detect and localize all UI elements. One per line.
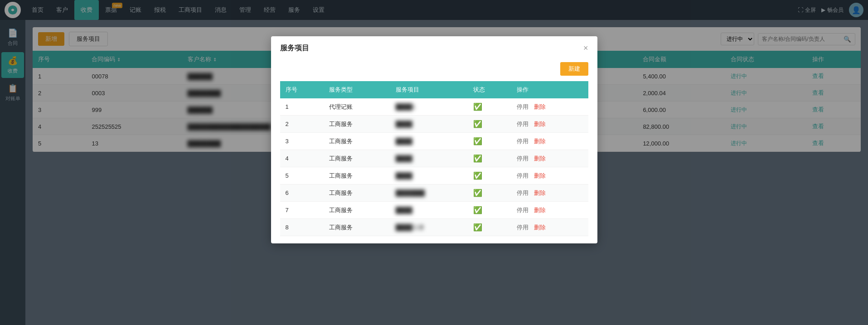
stop-button[interactable]: 停用 xyxy=(517,189,529,196)
delete-button[interactable]: 删除 xyxy=(534,103,546,110)
stop-button[interactable]: 停用 xyxy=(517,224,529,231)
modal-col-seq: 序号 xyxy=(280,81,324,98)
stop-button[interactable]: 停用 xyxy=(517,138,529,145)
delete-button[interactable]: 删除 xyxy=(534,155,546,162)
modal-cell-item: ████ xyxy=(390,202,468,219)
delete-button[interactable]: 删除 xyxy=(534,189,546,196)
modal-cell-status: ✅ xyxy=(468,167,512,184)
modal-col-item: 服务项目 xyxy=(390,81,468,98)
modal-cell-seq: 6 xyxy=(280,184,324,202)
modal-col-type: 服务类型 xyxy=(324,81,390,98)
status-check-icon: ✅ xyxy=(473,120,482,128)
modal-cell-seq: 8 xyxy=(280,219,324,236)
delete-button[interactable]: 删除 xyxy=(534,121,546,127)
modal-cell-type: 工商服务 xyxy=(324,184,390,202)
modal-title: 服务项目 xyxy=(280,44,309,53)
modal-cell-item: ████ xyxy=(390,133,468,150)
modal-cell-action[interactable]: 停用 删除 xyxy=(511,116,588,133)
modal-table: 序号 服务类型 服务项目 状态 操作 1 代理记账 ████1 ✅ 停用 删除 … xyxy=(280,81,588,236)
modal-cell-type: 工商服务 xyxy=(324,133,390,150)
stop-button[interactable]: 停用 xyxy=(517,103,529,110)
modal-cell-seq: 4 xyxy=(280,150,324,167)
modal-table-row: 1 代理记账 ████1 ✅ 停用 删除 xyxy=(280,98,588,116)
modal-cell-type: 工商服务 xyxy=(324,219,390,236)
modal-cell-action[interactable]: 停用 删除 xyxy=(511,219,588,236)
stop-button[interactable]: 停用 xyxy=(517,121,529,127)
modal-cell-item: ███████ xyxy=(390,184,468,202)
modal-table-row: 8 工商服务 ████注册 ✅ 停用 删除 xyxy=(280,219,588,236)
modal-cell-type: 工商服务 xyxy=(324,202,390,219)
modal-cell-status: ✅ xyxy=(468,98,512,116)
modal-cell-item: ████1 xyxy=(390,98,468,116)
modal-cell-status: ✅ xyxy=(468,133,512,150)
modal-cell-seq: 1 xyxy=(280,98,324,116)
modal-table-row: 4 工商服务 ████ ✅ 停用 删除 xyxy=(280,150,588,167)
modal-cell-status: ✅ xyxy=(468,202,512,219)
status-check-icon: ✅ xyxy=(473,172,482,179)
modal-new-button[interactable]: 新建 xyxy=(560,62,588,76)
modal-cell-action[interactable]: 停用 删除 xyxy=(511,184,588,202)
modal-toolbar: 新建 xyxy=(280,58,588,81)
delete-button[interactable]: 删除 xyxy=(534,224,546,231)
service-item-modal: 服务项目 × 新建 序号 服务类型 服务项目 状态 操作 xyxy=(271,36,597,243)
modal-cell-action[interactable]: 停用 删除 xyxy=(511,150,588,167)
modal-body: 新建 序号 服务类型 服务项目 状态 操作 1 代理记账 ████1 ✅ xyxy=(271,58,597,243)
status-check-icon: ✅ xyxy=(473,189,482,197)
delete-button[interactable]: 删除 xyxy=(534,207,546,213)
modal-cell-status: ✅ xyxy=(468,219,512,236)
modal-col-status: 状态 xyxy=(468,81,512,98)
modal-cell-action[interactable]: 停用 删除 xyxy=(511,98,588,116)
modal-cell-item: ████ xyxy=(390,116,468,133)
modal-header: 服务项目 × xyxy=(271,36,597,58)
modal-table-row: 6 工商服务 ███████ ✅ 停用 删除 xyxy=(280,184,588,202)
status-check-icon: ✅ xyxy=(473,103,482,111)
modal-cell-item: ████ xyxy=(390,150,468,167)
modal-cell-status: ✅ xyxy=(468,184,512,202)
modal-table-row: 7 工商服务 ████ ✅ 停用 删除 xyxy=(280,202,588,219)
stop-button[interactable]: 停用 xyxy=(517,207,529,213)
status-check-icon: ✅ xyxy=(473,206,482,214)
modal-cell-type: 工商服务 xyxy=(324,150,390,167)
modal-cell-seq: 7 xyxy=(280,202,324,219)
status-check-icon: ✅ xyxy=(473,137,482,145)
modal-cell-seq: 5 xyxy=(280,167,324,184)
modal-cell-status: ✅ xyxy=(468,116,512,133)
modal-cell-seq: 3 xyxy=(280,133,324,150)
modal-cell-type: 工商服务 xyxy=(324,167,390,184)
status-check-icon: ✅ xyxy=(473,223,482,231)
stop-button[interactable]: 停用 xyxy=(517,172,529,179)
modal-cell-action[interactable]: 停用 删除 xyxy=(511,167,588,184)
modal-cell-status: ✅ xyxy=(468,150,512,167)
modal-cell-type: 工商服务 xyxy=(324,116,390,133)
modal-cell-type: 代理记账 xyxy=(324,98,390,116)
modal-close-button[interactable]: × xyxy=(583,44,588,53)
modal-cell-action[interactable]: 停用 删除 xyxy=(511,133,588,150)
delete-button[interactable]: 删除 xyxy=(534,172,546,179)
modal-cell-item: ████注册 xyxy=(390,219,468,236)
modal-cell-seq: 2 xyxy=(280,116,324,133)
modal-cell-item: ████ xyxy=(390,167,468,184)
modal-overlay[interactable]: 服务项目 × 新建 序号 服务类型 服务项目 状态 操作 xyxy=(0,0,868,325)
delete-button[interactable]: 删除 xyxy=(534,138,546,145)
modal-table-row: 3 工商服务 ████ ✅ 停用 删除 xyxy=(280,133,588,150)
modal-cell-action[interactable]: 停用 删除 xyxy=(511,202,588,219)
modal-table-row: 2 工商服务 ████ ✅ 停用 删除 xyxy=(280,116,588,133)
status-check-icon: ✅ xyxy=(473,155,482,162)
stop-button[interactable]: 停用 xyxy=(517,155,529,162)
modal-table-row: 5 工商服务 ████ ✅ 停用 删除 xyxy=(280,167,588,184)
modal-col-action: 操作 xyxy=(511,81,588,98)
